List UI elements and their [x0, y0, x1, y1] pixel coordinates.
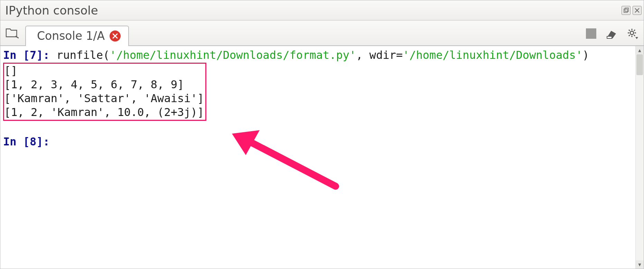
svg-rect-2 [607, 36, 612, 38]
scroll-track[interactable] [636, 75, 644, 260]
svg-rect-1 [625, 8, 628, 11]
scroll-thumb[interactable] [636, 54, 643, 75]
output-line: [] [4, 64, 18, 77]
restore-icon[interactable] [622, 6, 631, 15]
svg-rect-0 [624, 9, 627, 12]
console-tools [585, 27, 639, 40]
code-func: runfile( [56, 48, 110, 62]
panel-title-bar: IPython console [0, 0, 644, 20]
scroll-up-icon[interactable]: ▲ [636, 46, 644, 54]
svg-line-8 [629, 30, 630, 31]
stop-kernel-icon[interactable] [585, 27, 597, 40]
console-output[interactable]: In [7]: runfile('/home/linuxhint/Downloa… [0, 46, 635, 269]
vertical-scrollbar[interactable]: ▲ ▼ [635, 46, 644, 269]
annotation-arrow-icon [225, 124, 343, 193]
output-line: [1, 2, 3, 4, 5, 6, 7, 8, 9] [4, 78, 184, 91]
svg-line-9 [634, 35, 635, 36]
output-line: ['Kamran', 'Sattar', 'Awaisi'] [4, 92, 204, 105]
panel-title: IPython console [5, 3, 619, 17]
in-prompt: In [7]: [3, 48, 56, 62]
svg-line-10 [634, 30, 635, 31]
tab-bar: Console 1/A [0, 20, 644, 46]
code-arg1: '/home/linuxhint/Downloads/format.py' [110, 48, 356, 62]
in-prompt: In [8]: [3, 135, 50, 148]
close-panel-icon[interactable] [633, 6, 642, 15]
console-tab[interactable]: Console 1/A [25, 26, 129, 46]
svg-point-3 [630, 31, 634, 35]
options-gear-icon[interactable] [626, 27, 639, 40]
code-sep: , wdir= [356, 48, 403, 62]
code-paren: ) [582, 48, 589, 62]
highlighted-output: [] [1, 2, 3, 4, 5, 6, 7, 8, 9] ['Kamran'… [3, 63, 206, 121]
console-area: In [7]: runfile('/home/linuxhint/Downloa… [0, 46, 644, 269]
output-line: [1, 2, 'Kamran', 10.0, (2+3j)] [4, 106, 204, 119]
ipython-console-panel: IPython console Console 1/A [0, 0, 644, 269]
close-tab-icon[interactable] [110, 30, 121, 42]
svg-line-11 [629, 35, 630, 36]
scroll-down-icon[interactable]: ▼ [636, 260, 644, 269]
browse-tabs-icon[interactable] [5, 25, 19, 39]
code-arg2: '/home/linuxhint/Downloads' [403, 48, 582, 62]
tab-label: Console 1/A [37, 29, 105, 43]
clear-console-icon[interactable] [606, 27, 618, 40]
